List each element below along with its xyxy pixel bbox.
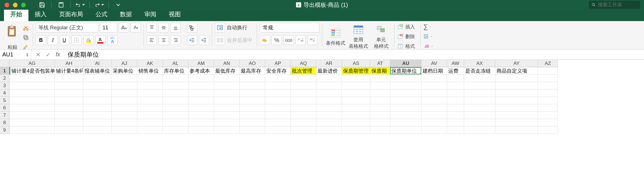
cell[interactable]: 最高库存 <box>240 67 265 75</box>
cell[interactable] <box>240 97 265 104</box>
cell[interactable] <box>188 126 214 134</box>
cell[interactable] <box>390 112 421 119</box>
cell[interactable] <box>240 112 265 119</box>
cell[interactable] <box>291 119 316 126</box>
cell[interactable] <box>316 82 342 89</box>
cell[interactable] <box>538 112 558 119</box>
cell[interactable]: 保质期管理 <box>342 67 370 75</box>
cell[interactable] <box>464 97 495 104</box>
column-header[interactable]: AZ <box>538 60 558 67</box>
cell[interactable]: 最新进价 <box>316 67 342 75</box>
cell[interactable] <box>447 104 464 112</box>
cell[interactable] <box>214 112 240 119</box>
cell[interactable] <box>83 104 112 112</box>
search-input[interactable] <box>598 2 637 8</box>
cell[interactable] <box>447 126 464 134</box>
cell[interactable] <box>342 112 370 119</box>
cell[interactable] <box>538 97 558 104</box>
cell[interactable] <box>240 89 265 97</box>
cell[interactable] <box>342 104 370 112</box>
cell[interactable] <box>370 97 390 104</box>
enter-formula-icon[interactable]: ✓ <box>46 51 51 58</box>
cell[interactable] <box>464 89 495 97</box>
cell[interactable] <box>421 82 447 89</box>
cell[interactable] <box>55 112 83 119</box>
cell[interactable] <box>55 75 83 82</box>
cell[interactable]: 批次管理 <box>291 67 316 75</box>
cell[interactable] <box>137 97 163 104</box>
cell[interactable] <box>342 89 370 97</box>
cell[interactable] <box>9 119 55 126</box>
cell[interactable] <box>421 119 447 126</box>
cell[interactable]: 安全库存 <box>265 67 291 75</box>
cell[interactable] <box>291 97 316 104</box>
maximize-window-icon[interactable] <box>21 3 26 7</box>
row-header[interactable]: 7 <box>0 112 9 119</box>
cell[interactable]: 保质期 <box>370 67 390 75</box>
phonetic-button[interactable]: abcA <box>107 35 118 45</box>
cell[interactable] <box>390 97 421 104</box>
cell[interactable] <box>55 119 83 126</box>
wrap-text-icon[interactable] <box>215 23 225 32</box>
cell[interactable] <box>55 97 83 104</box>
cell[interactable] <box>316 97 342 104</box>
cell[interactable] <box>342 82 370 89</box>
cell[interactable]: 参考成本 <box>188 67 214 75</box>
row-header[interactable]: 6 <box>0 104 9 112</box>
cell[interactable] <box>316 112 342 119</box>
cell[interactable] <box>188 119 214 126</box>
column-header[interactable]: AJ <box>112 60 137 67</box>
cell[interactable]: 是否走冻链 <box>464 67 495 75</box>
merge-center-icon[interactable] <box>215 35 225 45</box>
cell[interactable] <box>9 82 55 89</box>
cell[interactable] <box>447 112 464 119</box>
delete-cells-button[interactable]: 删除 <box>397 32 418 40</box>
comma-button[interactable]: 000 <box>284 35 294 45</box>
column-headers[interactable]: AGAHAIAJAKALAMANAOAPAQARASATAUAVAWAXAYAZ <box>9 60 644 67</box>
cell[interactable] <box>112 104 137 112</box>
cell[interactable] <box>291 112 316 119</box>
cell[interactable] <box>291 126 316 134</box>
cell[interactable] <box>188 97 214 104</box>
column-header[interactable]: AM <box>188 60 214 67</box>
decrease-indent-button[interactable] <box>187 35 197 45</box>
cell[interactable]: 建档日期 <box>421 67 447 75</box>
column-header[interactable]: AX <box>464 60 495 67</box>
cell[interactable] <box>342 126 370 134</box>
column-header[interactable]: AL <box>163 60 188 67</box>
search-sheet[interactable] <box>589 1 640 9</box>
tab-review[interactable]: 审阅 <box>138 8 163 21</box>
cell[interactable] <box>83 89 112 97</box>
qat-customize-icon[interactable] <box>113 1 123 9</box>
column-header[interactable]: AY <box>495 60 538 67</box>
cell[interactable] <box>464 112 495 119</box>
cell[interactable] <box>55 82 83 89</box>
cell[interactable] <box>214 97 240 104</box>
cell[interactable]: 报表辅单位 <box>83 67 112 75</box>
cell[interactable] <box>538 82 558 89</box>
cell[interactable] <box>137 104 163 112</box>
cell[interactable]: 库存单位 <box>163 67 188 75</box>
spreadsheet-grid[interactable]: AGAHAIAJAKALAMANAOAPAQARASATAUAVAWAXAYAZ… <box>0 60 644 134</box>
cell[interactable] <box>265 112 291 119</box>
cell[interactable] <box>240 75 265 82</box>
fill-button[interactable]: · <box>423 32 432 40</box>
cell[interactable] <box>291 75 316 82</box>
cell[interactable] <box>112 75 137 82</box>
cell[interactable] <box>265 104 291 112</box>
cell[interactable] <box>240 126 265 134</box>
column-header[interactable]: AS <box>342 60 370 67</box>
decrease-decimal-button[interactable]: .00.0 <box>308 35 318 45</box>
cell[interactable] <box>538 67 558 75</box>
cell[interactable] <box>370 119 390 126</box>
cell[interactable] <box>188 112 214 119</box>
cell[interactable]: 商品自定义项 <box>495 67 538 75</box>
cell[interactable] <box>9 75 55 82</box>
row-header[interactable]: 2 <box>0 75 9 82</box>
column-header[interactable]: AK <box>137 60 163 67</box>
orientation-button[interactable]: ab <box>187 23 197 32</box>
cell[interactable] <box>9 97 55 104</box>
cell[interactable] <box>163 75 188 82</box>
currency-button[interactable] <box>260 35 270 45</box>
cell[interactable] <box>163 97 188 104</box>
